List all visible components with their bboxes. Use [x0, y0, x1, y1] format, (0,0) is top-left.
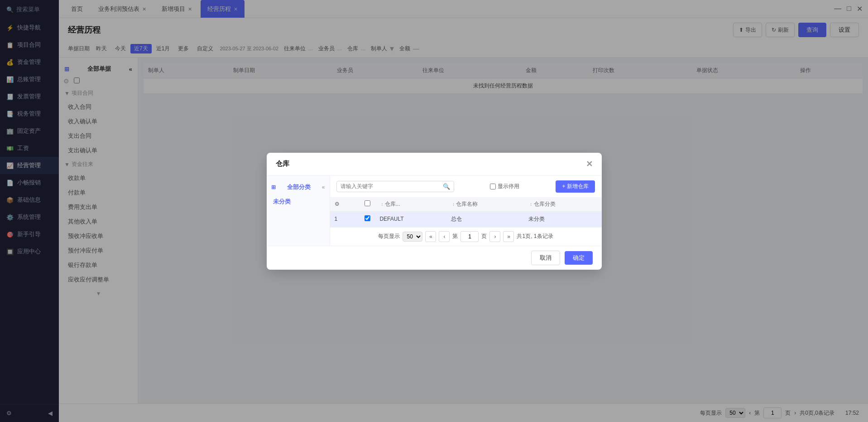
show-disabled-text: 显示停用: [498, 183, 519, 190]
dialog-toolbar: 🔍 显示停用 + 新增仓库: [330, 176, 602, 197]
table-row[interactable]: 1 DEFAULT 总仓 未分类: [330, 211, 602, 227]
dialog-collapse-icon[interactable]: «: [322, 184, 325, 190]
search-icon: 🔍: [443, 183, 450, 190]
dialog-left-panel: ⊞ 全部分类 « 未分类: [267, 176, 330, 246]
prev-page-btn[interactable]: ‹: [439, 231, 450, 242]
page-size-select[interactable]: 50: [403, 232, 422, 242]
th-warehouse-name[interactable]: ↕ 仓库名称: [446, 197, 524, 212]
row-warehouse-name: 总仓: [446, 211, 524, 227]
th-warehouse-code[interactable]: ↕ 仓库...: [375, 197, 446, 212]
show-disabled-label[interactable]: 显示停用: [490, 183, 519, 190]
total-label: 共1页, 1条记录: [517, 233, 553, 240]
show-disabled-checkbox[interactable]: [490, 184, 496, 189]
dialog-footer: 取消 确定: [267, 246, 602, 270]
dialog-uncategorized-item[interactable]: 未分类: [267, 194, 330, 209]
all-categories-icon: ⊞: [271, 184, 276, 190]
cancel-button[interactable]: 取消: [531, 251, 560, 265]
add-warehouse-button[interactable]: + 新增仓库: [556, 180, 595, 193]
add-label: 新增仓库: [567, 183, 589, 190]
warehouse-code-sort-icon: ↕: [381, 202, 383, 207]
row-warehouse-code: DEFAULT: [375, 211, 446, 227]
row-warehouse-category: 未分类: [524, 211, 601, 227]
first-page-btn[interactable]: «: [425, 231, 436, 242]
dialog-body: ⊞ 全部分类 « 未分类: [267, 176, 602, 246]
dialog-right-panel: 🔍 显示停用 + 新增仓库: [330, 176, 602, 246]
search-box[interactable]: 🔍: [336, 181, 454, 192]
all-categories-label[interactable]: 全部分类: [287, 183, 311, 191]
main-area: 首页 业务利润预估表 ✕ 新增项目 ✕ 经营历程 ✕ — □ ✕ 经营历程 ⬆ …: [59, 0, 868, 422]
dialog-pagination: 每页显示 50 « ‹ 第 页 › »: [330, 227, 602, 246]
warehouse-name-sort-icon: ↕: [452, 202, 455, 207]
uncategorized-label: 未分类: [273, 198, 291, 205]
next-page-btn[interactable]: ›: [489, 231, 500, 242]
warehouse-code-label: 仓库...: [385, 201, 400, 207]
overlay: 仓库 ✕ ⊞ 全部分类 « 未分类: [138, 58, 868, 403]
last-page-btn[interactable]: »: [503, 231, 514, 242]
row-settings: 1: [330, 211, 360, 227]
confirm-button[interactable]: 确定: [565, 251, 593, 265]
dialog-inner-table: ⚙ ↕ 仓库... ↕: [330, 197, 602, 227]
row-checkbox[interactable]: [360, 211, 375, 227]
th-warehouse-category[interactable]: ↕ 仓库分类: [524, 197, 601, 212]
dialog: 仓库 ✕ ⊞ 全部分类 « 未分类: [267, 153, 602, 270]
page-input[interactable]: [460, 231, 479, 242]
dialog-close-btn[interactable]: ✕: [586, 159, 593, 169]
dialog-title: 仓库: [276, 160, 289, 168]
per-page-label: 每页显示: [378, 233, 400, 240]
content-area: ⊞ 全部单据 « ⚙ ▼ 项目合同 收入合同 收入确认单 支出合同 支出确认单 …: [59, 58, 868, 403]
search-input[interactable]: [340, 183, 440, 189]
row-no: 1: [335, 216, 338, 222]
warehouse-cat-label: 仓库分类: [534, 201, 556, 207]
page-suffix: 页: [481, 233, 487, 240]
th-gear[interactable]: ⚙: [330, 197, 360, 212]
add-icon: +: [562, 183, 565, 189]
dialog-left-header: ⊞ 全部分类 «: [267, 180, 330, 194]
page-label: 第: [452, 233, 458, 240]
warehouse-name-label: 仓库名称: [456, 201, 478, 207]
dialog-table-container: ⚙ ↕ 仓库... ↕: [330, 197, 602, 227]
main-content: WhAR 制单人 制单日期 业务员 往来单位 金额 打印次数 单据状态 操作: [138, 58, 868, 403]
warehouse-cat-sort-icon: ↕: [530, 202, 532, 207]
th-checkbox[interactable]: [360, 197, 375, 212]
row-select-checkbox[interactable]: [364, 215, 370, 221]
select-all-checkbox[interactable]: [364, 200, 370, 206]
gear-icon: ⚙: [335, 201, 340, 207]
dialog-header: 仓库 ✕: [267, 153, 602, 176]
